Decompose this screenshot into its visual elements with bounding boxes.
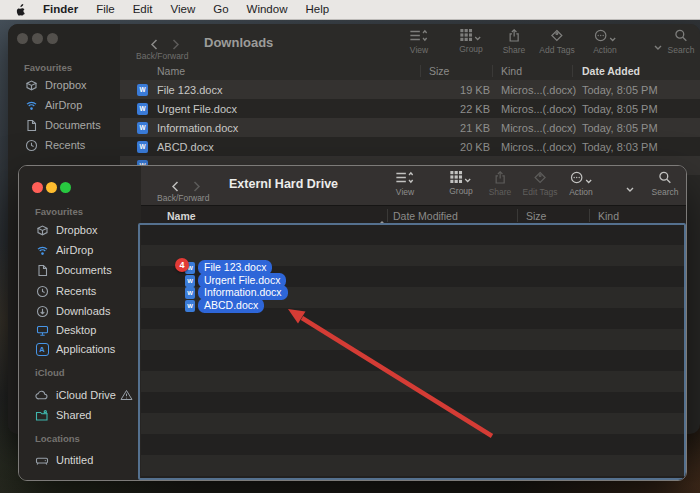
clock-icon: [24, 138, 38, 152]
front-sidebar: Favourites Dropbox AirDrop Documents Rec…: [19, 166, 142, 480]
warning-icon: [119, 388, 133, 402]
sidebar-item-dropbox[interactable]: Dropbox: [16, 75, 117, 95]
downloads-column-headers: Name Size Kind Date Added: [120, 62, 700, 81]
sidebar-item-recents[interactable]: Recents: [16, 135, 117, 155]
sidebar-item-label: Recents: [56, 285, 96, 297]
column-size[interactable]: Size: [526, 210, 546, 222]
dragged-file-label: ABCD.docx: [198, 298, 264, 313]
search-button[interactable]: Search: [652, 171, 679, 197]
share-icon: [495, 171, 506, 184]
zoom-button[interactable]: [47, 33, 58, 44]
sidebar-item-untitled[interactable]: Untitled: [27, 450, 138, 470]
minimize-button[interactable]: [32, 33, 43, 44]
downloads-toolbar: Back/Forward Downloads View Group Share …: [120, 24, 700, 62]
column-name[interactable]: Name: [167, 210, 196, 222]
sidebar-item-label: iCloud Drive: [56, 389, 116, 401]
search-button[interactable]: Search: [668, 29, 695, 55]
file-row[interactable]: ABCD.docx 20 KB Micros...(.docx) Today, …: [120, 137, 700, 156]
share-button[interactable]: Share: [503, 29, 526, 55]
group-icon: [461, 29, 482, 41]
list-stripe: [141, 329, 686, 350]
airdrop-icon: [35, 243, 49, 257]
file-row[interactable]: Urgent File.docx 22 KB Micros...(.docx) …: [120, 99, 700, 118]
menu-file[interactable]: File: [87, 0, 124, 19]
shared-folder-icon: [35, 408, 49, 422]
menu-finder[interactable]: Finder: [34, 0, 87, 19]
sidebar-item-label: Dropbox: [45, 79, 87, 91]
sidebar-item-icloud-drive[interactable]: iCloud Drive: [27, 385, 138, 405]
sidebar-item-label: Documents: [56, 264, 112, 276]
menu-help[interactable]: Help: [296, 0, 338, 19]
front-column-headers: Name Date Modified Size Kind: [141, 205, 686, 225]
search-icon: [675, 29, 688, 42]
sidebar-item-dropbox[interactable]: Dropbox: [27, 220, 138, 240]
view-button[interactable]: View: [410, 29, 428, 55]
column-size[interactable]: Size: [429, 65, 449, 77]
drag-count-badge: 4: [175, 258, 189, 272]
sidebar-item-desktop[interactable]: Desktop: [27, 320, 138, 340]
word-doc-icon: [137, 122, 148, 134]
list-stripe: [141, 434, 686, 455]
view-icon: [410, 29, 428, 42]
window-title: Downloads: [204, 35, 273, 50]
sidebar-item-documents[interactable]: Documents: [16, 115, 117, 135]
sidebar-item-label: Applications: [56, 343, 115, 355]
sidebar-item-label: Documents: [45, 119, 101, 131]
add-tags-button[interactable]: Add Tags: [539, 29, 574, 55]
list-stripe: [141, 224, 686, 245]
word-doc-icon: [185, 287, 195, 299]
share-button[interactable]: Share: [489, 171, 512, 197]
action-button[interactable]: Action: [593, 29, 617, 55]
list-stripe: [141, 371, 686, 392]
close-button[interactable]: [32, 182, 43, 193]
document-icon: [35, 263, 49, 277]
sidebar-section-icloud: iCloud: [35, 367, 65, 378]
sidebar-item-label: AirDrop: [56, 244, 93, 256]
menu-window[interactable]: Window: [238, 0, 297, 19]
overflow-icon[interactable]: [654, 37, 662, 55]
edit-tags-button[interactable]: Edit Tags: [523, 171, 558, 197]
menu-go[interactable]: Go: [204, 0, 237, 19]
column-date-added[interactable]: Date Added: [582, 65, 640, 77]
menu-view[interactable]: View: [162, 0, 205, 19]
sidebar-item-label: Downloads: [56, 305, 110, 317]
desktop-icon: [35, 323, 49, 337]
file-row[interactable]: File 123.docx 19 KB Micros...(.docx) Tod…: [120, 80, 700, 99]
hard-drive-icon: [35, 453, 49, 467]
column-kind[interactable]: Kind: [598, 210, 619, 222]
action-button[interactable]: Action: [569, 171, 593, 197]
icloud-icon: [35, 388, 49, 402]
sidebar-item-airdrop[interactable]: AirDrop: [16, 95, 117, 115]
sidebar-item-applications[interactable]: Applications: [27, 339, 138, 359]
sidebar-item-downloads[interactable]: Downloads: [27, 301, 138, 321]
view-button[interactable]: View: [396, 171, 414, 197]
close-button[interactable]: [17, 33, 28, 44]
dragged-file[interactable]: ABCD.docx: [185, 298, 264, 313]
apple-menu-icon[interactable]: [14, 3, 26, 17]
sidebar-item-label: Desktop: [56, 324, 96, 336]
sidebar-item-documents[interactable]: Documents: [27, 260, 138, 280]
sidebar-item-label: AirDrop: [45, 99, 82, 111]
column-kind[interactable]: Kind: [501, 65, 522, 77]
sidebar-item-airdrop[interactable]: AirDrop: [27, 240, 138, 260]
list-stripe: [141, 392, 686, 413]
column-name[interactable]: Name: [157, 65, 185, 77]
back-forward-label: Back/Forward: [157, 193, 209, 203]
column-date-modified[interactable]: Date Modified: [393, 210, 458, 222]
sidebar-item-label: Untitled: [56, 454, 93, 466]
minimize-button[interactable]: [46, 182, 57, 193]
file-row[interactable]: Information.docx 21 KB Micros...(.docx) …: [120, 118, 700, 137]
sidebar-item-recents[interactable]: Recents: [27, 281, 138, 301]
group-button[interactable]: Group: [459, 29, 483, 54]
zoom-button[interactable]: [60, 182, 71, 193]
overflow-icon[interactable]: [626, 179, 634, 197]
list-stripe: [141, 350, 686, 371]
group-button[interactable]: Group: [449, 171, 473, 196]
list-stripe: [141, 413, 686, 434]
downloads-icon: [35, 304, 49, 318]
external-hard-drive-window[interactable]: Favourites Dropbox AirDrop Documents Rec…: [18, 165, 687, 481]
sidebar-item-shared[interactable]: Shared: [27, 405, 138, 425]
menu-edit[interactable]: Edit: [124, 0, 162, 19]
word-doc-icon: [137, 141, 148, 153]
list-stripe: [141, 476, 686, 481]
